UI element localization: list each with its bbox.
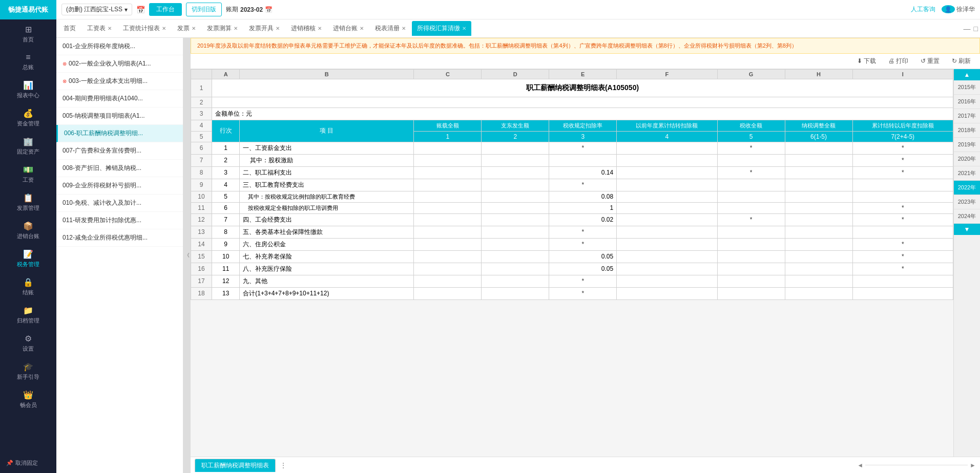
support-link[interactable]: 人工客询 [911, 5, 935, 14]
form-item-001[interactable]: 001-企业所得税年度纳税... [56, 38, 183, 55]
topbar: (勿删) 江西皖宝-LSS ▾ 📅 工作台 切到旧版 账期 2023-02 📅 … [56, 0, 980, 19]
table-row: 10 5 其中：按税收规定比例扣除的职工教育经费 0.08 [191, 191, 953, 202]
sidebar-item-vip[interactable]: 👑 畅会员 [0, 385, 56, 413]
col-header-a: A [212, 69, 240, 79]
tab-close-payroll[interactable]: ✕ [108, 26, 112, 31]
sidebar-item-tax-mgmt[interactable]: 📝 税务管理 [0, 244, 56, 272]
form-item-010[interactable]: 010-免税、减计收入及加计... [56, 195, 183, 212]
calendar-icon: 📅 [136, 6, 145, 14]
year-item-2021[interactable]: 2021年 [954, 166, 980, 181]
reset-button[interactable]: ↺ 重置 [918, 56, 943, 67]
tab-minimize-icon[interactable]: — [964, 25, 971, 33]
sidebar-item-home[interactable]: ⊞ 首页 [0, 19, 56, 48]
sidebar-item-closing[interactable]: 🔒 结账 [0, 272, 56, 300]
scroll-left-icon[interactable]: ◄ [857, 462, 863, 469]
year-item-2022[interactable]: 2022年 [954, 181, 980, 195]
year-sidebar: ▲ 2015年 2016年 2017年 2018年 2019年 2020年 20… [953, 69, 980, 457]
form-item-007[interactable]: 007-广告费和业务宣传费明... [56, 142, 183, 160]
form-item-012[interactable]: 012-减免企业所得税优惠明细... [56, 229, 183, 247]
sub-col-d: 2 [482, 131, 549, 142]
tab-tax-clear[interactable]: 税表清册 ✕ [370, 21, 411, 36]
form-item-005[interactable]: 005-纳税调整项目明细表(A1... [56, 107, 183, 125]
refresh-button[interactable]: ↻ 刷新 [949, 56, 974, 67]
form-item-006[interactable]: 006-职工薪酬纳税调整明细... [56, 125, 183, 142]
year-item-2015[interactable]: 2015年 [954, 80, 980, 95]
collapse-panel-button[interactable]: 《 [183, 38, 191, 473]
tab-close-income-tax[interactable]: ✕ [462, 26, 466, 31]
form-item-label: 009-企业所得税财补亏损明... [62, 181, 141, 190]
error-icon: ⊗ [62, 61, 67, 67]
tab-close-tax-clear[interactable]: ✕ [402, 26, 406, 31]
table-row: 17 12 九、其他 * [191, 275, 953, 287]
bottom-tab-sheet[interactable]: 职工薪酬纳税调整明细表 [195, 459, 276, 472]
tab-purchase-verify[interactable]: 进销稽核 ✕ [286, 21, 327, 36]
tab-invoice-open[interactable]: 发票开具 ✕ [244, 21, 285, 36]
year-item-2023[interactable]: 2023年 [954, 195, 980, 209]
bottom-tab-menu-icon[interactable]: ⋮ [280, 461, 287, 469]
year-item-2019[interactable]: 2019年 [954, 138, 980, 152]
switch-version-button[interactable]: 切到旧版 [186, 3, 222, 16]
form-item-008[interactable]: 008-资产折旧、摊销及纳税... [56, 160, 183, 177]
sidebar-item-asset-mgmt[interactable]: 💰 资金管理 [0, 103, 56, 132]
tab-close-invoice-calc[interactable]: ✕ [234, 26, 238, 31]
year-item-2020[interactable]: 2020年 [954, 152, 980, 166]
sheet-toolbar: ⬇ 下载 🖨 打印 ↺ 重置 ↻ 刷新 [191, 54, 980, 69]
year-item-2024[interactable]: 2024年 [954, 209, 980, 224]
sidebar-item-new-guide[interactable]: 🎓 新手引导 [0, 357, 56, 385]
year-item-2017[interactable]: 2017年 [954, 109, 980, 123]
form-item-009[interactable]: 009-企业所得税财补亏损明... [56, 177, 183, 195]
year-nav-up[interactable]: ▲ [954, 69, 980, 80]
home-icon: ⊞ [25, 25, 32, 34]
tab-payroll-report[interactable]: 工资统计报表 ✕ [118, 21, 171, 36]
tabs-controls: — □ [964, 25, 978, 33]
form-item-003[interactable]: ⊗ 003-一般企业成本支出明细... [56, 73, 183, 90]
sidebar-item-ledger[interactable]: ≡ 总账 [0, 48, 56, 75]
tab-income-tax[interactable]: 所得税汇算清缴 ✕ [412, 21, 471, 36]
workspace-button[interactable]: 工作台 [149, 3, 182, 16]
refresh-icon: ↻ [952, 57, 957, 64]
form-item-011[interactable]: 011-研发费用加计扣除优惠... [56, 212, 183, 229]
sidebar-item-invoice-mgmt[interactable]: 📋 发票管理 [0, 188, 56, 216]
company-selector[interactable]: (勿删) 江西皖宝-LSS ▾ [61, 4, 132, 15]
tab-invoice-calc[interactable]: 发票测算 ✕ [202, 21, 243, 36]
form-item-label: 011-研发费用加计扣除优惠... [62, 216, 141, 225]
sidebar-item-fixed-asset[interactable]: 🏢 固定资产 [0, 132, 56, 160]
pin-icon: 📌 [6, 460, 13, 466]
table-row: 8 3 二、职工福利支出 0.14 * * [191, 166, 953, 179]
sidebar-bottom: 📌 取消固定 [0, 453, 56, 473]
sub-col-c: 1 [414, 131, 482, 142]
sidebar-item-settings[interactable]: ⚙ 设置 [0, 329, 56, 357]
col-header-e: E [549, 69, 617, 79]
tab-payroll[interactable]: 工资表 ✕ [82, 21, 117, 36]
year-item-2016[interactable]: 2016年 [954, 95, 980, 109]
form-item-label: 010-免税、减计收入及加计... [62, 199, 141, 207]
tab-close-purchase-verify[interactable]: ✕ [318, 26, 322, 31]
tab-invoice[interactable]: 发票 ✕ [172, 21, 201, 36]
sidebar-item-purchase-sale[interactable]: 📦 进销台账 [0, 216, 56, 244]
year-item-2018[interactable]: 2018年 [954, 123, 980, 138]
download-button[interactable]: ⬇ 下载 [854, 56, 879, 67]
year-nav-down[interactable]: ▼ [954, 224, 980, 235]
tab-purchase-ledger[interactable]: 进销台账 ✕ [328, 21, 369, 36]
col-f-header: 以前年度累计结转扣除额 [617, 120, 717, 131]
sidebar-item-payroll[interactable]: 💵 工资 [0, 160, 56, 188]
cancel-fixed-btn[interactable]: 📌 取消固定 [4, 457, 52, 469]
tab-close-purchase-ledger[interactable]: ✕ [360, 26, 364, 31]
tab-home[interactable]: 首页 [58, 21, 81, 36]
table-row: 16 11 八、补充医疗保险 0.05 * [191, 263, 953, 275]
scroll-right-icon[interactable]: ► [970, 462, 976, 469]
form-item-label: 004-期间费用明细表(A1040... [62, 94, 143, 103]
tab-close-invoice-open[interactable]: ✕ [276, 26, 280, 31]
unit-label: 金额单位：元 [212, 107, 953, 120]
sidebar-item-archive[interactable]: 📁 归档管理 [0, 300, 56, 329]
form-item-002[interactable]: ⊗ 002-一般企业收入明细表(A1... [56, 55, 183, 73]
tab-close-invoice[interactable]: ✕ [192, 26, 196, 31]
spreadsheet-main[interactable]: A B C D E F G H I [191, 69, 953, 457]
sidebar-item-report[interactable]: 📊 报表中心 [0, 75, 56, 103]
tab-close-payroll-report[interactable]: ✕ [162, 26, 166, 31]
bottom-nav: ◄ ► [857, 462, 976, 469]
print-button[interactable]: 🖨 打印 [885, 56, 911, 67]
form-item-004[interactable]: 004-期间费用明细表(A1040... [56, 90, 183, 107]
tab-maximize-icon[interactable]: □ [974, 25, 978, 33]
col-header-f: F [617, 69, 717, 79]
